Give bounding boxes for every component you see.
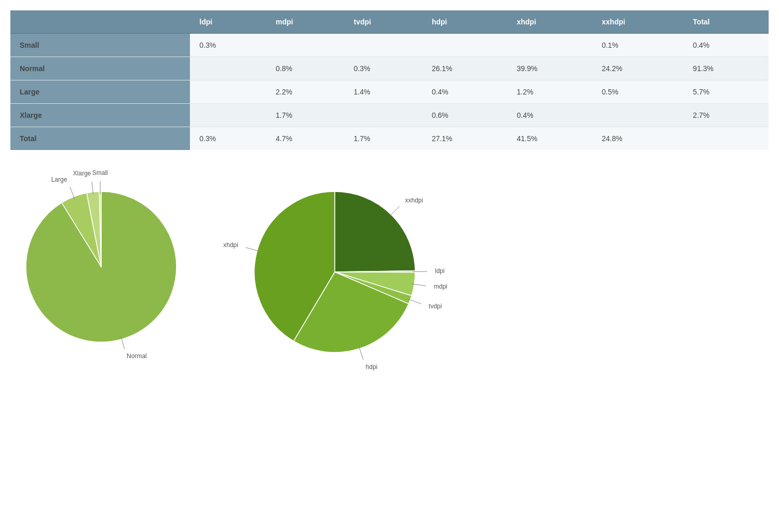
row-label: Xlarge xyxy=(10,104,190,127)
cell-value: 91.3% xyxy=(684,57,769,80)
pie-chart-2-wrapper: xxhdpildpimdpitvdpihdpixhdpi xyxy=(239,181,457,364)
pie-label-text: xhdpi xyxy=(223,241,238,249)
cell-value xyxy=(190,80,266,104)
cell-value: 0.8% xyxy=(266,57,344,80)
cell-value xyxy=(190,104,266,127)
row-label: Large xyxy=(10,80,190,104)
cell-value: 0.4% xyxy=(684,34,769,57)
pie-label-text: mdpi xyxy=(434,283,447,290)
cell-value: 24.2% xyxy=(593,57,684,80)
page-container: ldpi mdpi tvdpi hdpi xhdpi xxhdpi Total … xyxy=(0,0,779,385)
pie-slice xyxy=(335,192,415,272)
cell-value xyxy=(190,57,266,80)
col-header-empty xyxy=(10,10,190,34)
cell-value: 2.7% xyxy=(684,104,769,127)
data-table: ldpi mdpi tvdpi hdpi xhdpi xxhdpi Total … xyxy=(10,10,769,150)
cell-value: 1.7% xyxy=(266,104,344,127)
cell-value: 27.1% xyxy=(422,127,508,151)
cell-value: 0.6% xyxy=(422,104,508,127)
col-header-xhdpi: xhdpi xyxy=(508,10,593,34)
pie-label-line xyxy=(389,206,400,216)
table-row: Xlarge1.7%0.6%0.4%2.7% xyxy=(10,104,769,127)
cell-value xyxy=(266,34,344,57)
table-row: Small0.3%0.1%0.4% xyxy=(10,34,769,57)
row-label: Normal xyxy=(10,57,190,80)
cell-value: 1.4% xyxy=(345,80,422,104)
col-header-total: Total xyxy=(684,10,769,34)
pie-label-text: hdpi xyxy=(366,363,378,371)
table-row: Large2.2%1.4%0.4%1.2%0.5%5.7% xyxy=(10,80,769,104)
cell-value: 1.2% xyxy=(508,80,593,104)
row-label: Total xyxy=(10,127,190,151)
cell-value: 24.8% xyxy=(593,127,684,151)
row-label: Small xyxy=(10,34,190,57)
cell-value: 39.9% xyxy=(508,57,593,80)
charts-container: NormalLargeXlargeSmall xxhdpildpimdpitvd… xyxy=(10,171,769,375)
pie-chart-1-wrapper: NormalLargeXlargeSmall xyxy=(10,181,208,354)
cell-value xyxy=(684,127,769,151)
cell-value: 4.7% xyxy=(266,127,344,151)
cell-value: 5.7% xyxy=(684,80,769,104)
cell-value: 0.4% xyxy=(508,104,593,127)
cell-value: 1.7% xyxy=(345,127,422,151)
col-header-tvdpi: tvdpi xyxy=(345,10,422,34)
pie-label-text: Xlarge xyxy=(73,170,91,177)
pie-label-text: xxhdpi xyxy=(405,197,423,204)
cell-value: 26.1% xyxy=(422,57,508,80)
table-row: Total0.3%4.7%1.7%27.1%41.5%24.8% xyxy=(10,127,769,151)
pie-chart-screen-size: NormalLargeXlargeSmall xyxy=(10,181,208,352)
cell-value xyxy=(345,104,422,127)
cell-value: 0.3% xyxy=(190,127,266,151)
col-header-xxhdpi: xxhdpi xyxy=(593,10,684,34)
cell-value: 0.3% xyxy=(190,34,266,57)
cell-value: 2.2% xyxy=(266,80,344,104)
cell-value xyxy=(593,104,684,127)
cell-value: 41.5% xyxy=(508,127,593,151)
cell-value xyxy=(345,34,422,57)
cell-value xyxy=(422,34,508,57)
pie-label-text: ldpi xyxy=(435,267,445,275)
table-header-row: ldpi mdpi tvdpi hdpi xhdpi xxhdpi Total xyxy=(10,10,769,34)
pie-label-text: Small xyxy=(92,169,108,176)
cell-value: 0.1% xyxy=(593,34,684,57)
col-header-mdpi: mdpi xyxy=(266,10,344,34)
pie-label-text: tvdpi xyxy=(429,303,442,310)
table-row: Normal0.8%0.3%26.1%39.9%24.2%91.3% xyxy=(10,57,769,80)
cell-value: 0.4% xyxy=(422,80,508,104)
col-header-ldpi: ldpi xyxy=(190,10,266,34)
cell-value: 0.5% xyxy=(593,80,684,104)
pie-label-text: Large xyxy=(51,176,67,183)
pie-label-text: Normal xyxy=(127,352,147,360)
cell-value xyxy=(508,34,593,57)
pie-chart-dpi: xxhdpildpimdpitvdpihdpixhdpi xyxy=(239,181,457,363)
cell-value: 0.3% xyxy=(345,57,422,80)
col-header-hdpi: hdpi xyxy=(422,10,508,34)
